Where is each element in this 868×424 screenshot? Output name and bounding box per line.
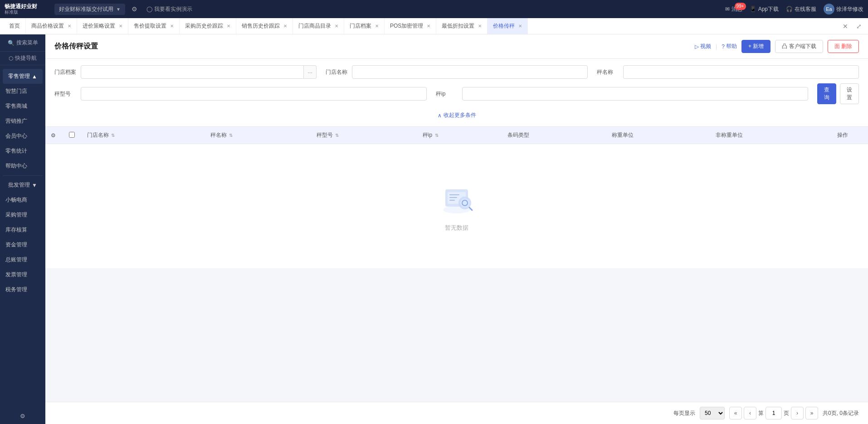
sidebar-gear-button[interactable]: ⚙	[0, 408, 45, 424]
message-button[interactable]: ✉ 消息 99+	[725, 5, 742, 13]
sidebar-item-wholesale-manage[interactable]: 批发管理 ▼	[3, 178, 43, 193]
settings-icon[interactable]: ⚙	[130, 4, 139, 14]
tab-expand-icon[interactable]: ⤢	[853, 21, 864, 32]
help-link[interactable]: ? 帮助	[722, 43, 737, 50]
gear-icon: ⚙	[20, 413, 25, 419]
main-layout: 🔍 搜索菜单 ⬡ 快捷导航 零售管理 ▲ 智慧门店 零售商城 营销推广 会员中心	[0, 34, 868, 424]
video-link[interactable]: ▷ 视频	[695, 43, 711, 50]
next-page-button[interactable]: ›	[791, 407, 804, 419]
per-page-select[interactable]: 50 20 100	[700, 407, 725, 419]
scale-model-input[interactable]	[81, 87, 427, 101]
tab-close-all-icon[interactable]: ✕	[840, 21, 851, 32]
scale-name-input[interactable]	[623, 65, 859, 79]
close-icon[interactable]: ✕	[119, 24, 122, 29]
set-button[interactable]: 设置	[840, 83, 859, 104]
sidebar-item-label: 帮助中心	[5, 162, 27, 170]
avatar-text: Ea	[826, 6, 832, 12]
tab-price-settings[interactable]: 商品价格设置 ✕	[26, 18, 77, 34]
sidebar-item-invoice-manage[interactable]: 发票管理	[3, 267, 43, 282]
query-button[interactable]: 查询	[817, 83, 836, 104]
tab-min-discount[interactable]: 最低折扣设置 ✕	[436, 18, 488, 34]
version-selector[interactable]: 好业财标准版交付试用 ▼	[54, 4, 125, 15]
collapse-button[interactable]: ∧ 收起更多条件	[438, 111, 476, 119]
select-all-checkbox[interactable]	[69, 132, 75, 138]
download-button[interactable]: 凸 客户端下载	[775, 40, 823, 53]
sidebar-item-retail-mall[interactable]: 零售商城	[3, 99, 43, 114]
settings-icon[interactable]: ⚙	[51, 132, 56, 139]
sidebar-search[interactable]: 🔍 搜索菜单	[0, 34, 45, 52]
add-button-label: + 新增	[748, 43, 764, 50]
scale-ip-group: 秤ip	[436, 87, 808, 101]
close-icon[interactable]: ✕	[335, 24, 338, 29]
close-icon[interactable]: ✕	[427, 24, 430, 29]
download-button-label: 凸 客户端下载	[782, 43, 816, 50]
sidebar-item-inventory[interactable]: 库存核算	[3, 222, 43, 237]
total-info: 共0页, 0条记录	[823, 410, 859, 417]
tab-price-scale[interactable]: 价格传秤 ✕	[488, 18, 528, 34]
sort-icon: ⇅	[335, 133, 339, 138]
empty-state: 暂无数据	[45, 144, 868, 268]
sidebar-item-tax-manage[interactable]: 税务管理	[3, 282, 43, 297]
first-page-button[interactable]: «	[729, 407, 742, 419]
sidebar-quick-nav[interactable]: ⬡ 快捷导航	[0, 52, 45, 65]
sidebar-item-member-center[interactable]: 会员中心	[3, 129, 43, 144]
tab-purchase-history[interactable]: 采购历史价跟踪 ✕	[180, 18, 236, 34]
store-archive-input[interactable]	[81, 65, 304, 79]
sidebar-item-label: 零售商城	[5, 102, 27, 110]
empty-icon	[434, 180, 479, 217]
scale-ip-input[interactable]	[462, 87, 808, 101]
tab-purchase-strategy[interactable]: 进价策略设置 ✕	[77, 18, 128, 34]
sidebar-item-marketing[interactable]: 营销推广	[3, 114, 43, 129]
tab-sale-extract[interactable]: 售价提取设置 ✕	[128, 18, 180, 34]
col-operations-label: 操作	[837, 132, 848, 138]
add-button[interactable]: + 新增	[741, 40, 770, 53]
sidebar-item-label: 资金管理	[5, 241, 27, 249]
close-icon[interactable]: ✕	[478, 24, 482, 29]
store-name-group: 门店名称	[326, 65, 588, 79]
tab-pos-management[interactable]: POS加密管理 ✕	[385, 18, 436, 34]
sidebar-item-purchase-manage[interactable]: 采购管理	[3, 207, 43, 222]
delete-button[interactable]: 面 删除	[828, 40, 859, 53]
scale-model-group: 秤型号	[54, 87, 427, 101]
sidebar-item-retail-manage[interactable]: 零售管理 ▲	[3, 69, 43, 84]
top-right-area: ✉ 消息 99+ 📱 App下载 🎧 在线客服 Ea 徐泽华修改	[725, 4, 863, 14]
last-page-button[interactable]: »	[805, 407, 818, 419]
page-title: 价格传秤设置	[54, 42, 98, 51]
scale-model-label: 秤型号	[54, 90, 77, 98]
app-download-button[interactable]: 📱 App下载	[750, 5, 779, 13]
demo-button[interactable]: ◯ 我要看实例演示	[146, 5, 192, 13]
tab-sale-history[interactable]: 销售历史价跟踪 ✕	[236, 18, 293, 34]
online-service-label: 在线客服	[795, 5, 816, 13]
online-service-button[interactable]: 🎧 在线客服	[786, 5, 816, 13]
sidebar-item-finance[interactable]: 资金管理	[3, 237, 43, 252]
col-non-weight-unit-label: 非称重单位	[716, 132, 743, 138]
col-scale-model: 秤型号 ⇅	[311, 127, 417, 144]
tab-store-catalog[interactable]: 门店商品目录 ✕	[293, 18, 344, 34]
tab-purchase-history-label: 采购历史价跟踪	[185, 22, 223, 30]
sidebar-item-ledger[interactable]: 总账管理	[3, 252, 43, 267]
close-icon[interactable]: ✕	[170, 24, 174, 29]
sidebar-item-smart-store[interactable]: 智慧门店	[3, 84, 43, 99]
sort-icon: ⇅	[229, 133, 233, 138]
sidebar-item-retail-stats[interactable]: 零售统计	[3, 144, 43, 159]
prev-page-button[interactable]: ‹	[744, 407, 756, 419]
scale-name-group: 秤名称	[597, 65, 859, 79]
page-number-input[interactable]	[766, 407, 782, 419]
arrow-icon: ▼	[32, 182, 37, 188]
close-icon[interactable]: ✕	[227, 24, 230, 29]
store-name-input[interactable]	[352, 65, 588, 79]
store-archive-picker-button[interactable]: ···	[304, 65, 317, 79]
message-icon: ✉	[725, 6, 730, 12]
tab-home[interactable]: 首页	[4, 18, 26, 34]
sidebar-item-xiaochang-ecom[interactable]: 小畅电商	[3, 193, 43, 207]
page-word-label: 算	[758, 410, 764, 417]
video-label: 视频	[700, 43, 711, 50]
close-icon[interactable]: ✕	[375, 24, 379, 29]
col-store-name: 门店名称 ⇅	[82, 127, 205, 144]
close-icon[interactable]: ✕	[68, 24, 71, 29]
sidebar-item-help-center[interactable]: 帮助中心	[3, 159, 43, 173]
tab-store-archive[interactable]: 门店档案 ✕	[344, 18, 385, 34]
close-icon[interactable]: ✕	[283, 24, 287, 29]
close-icon[interactable]: ✕	[518, 24, 522, 29]
user-menu[interactable]: Ea 徐泽华修改	[824, 4, 863, 14]
